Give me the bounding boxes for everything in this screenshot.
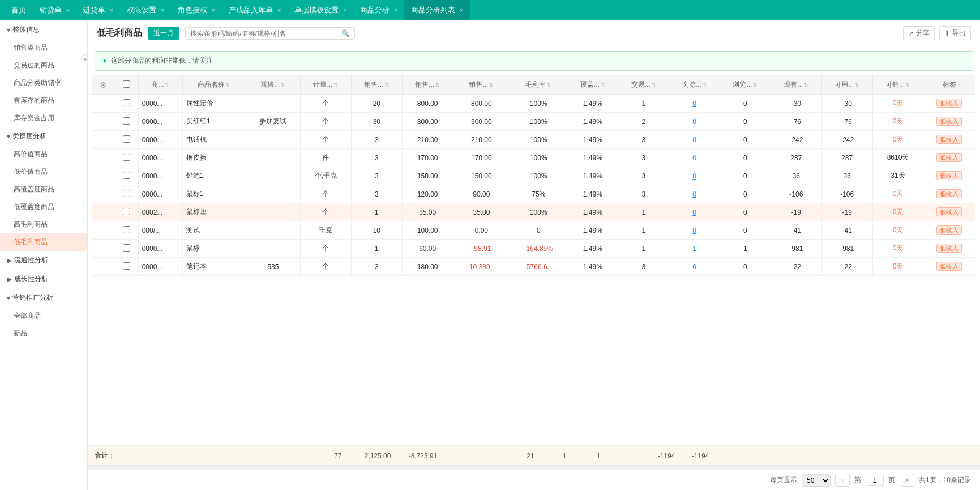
row-views1[interactable]: 0: [669, 149, 720, 167]
nav-templates-close[interactable]: ×: [343, 7, 346, 14]
prev-page-button[interactable]: ＜: [835, 474, 850, 487]
col-views2[interactable]: 浏览...⇅: [720, 75, 771, 95]
row-views1[interactable]: 0: [669, 203, 720, 221]
row-views1[interactable]: 0: [669, 185, 720, 203]
row-settings: [92, 149, 115, 167]
share-button[interactable]: ↗ 分享: [903, 26, 935, 40]
nav-analysis[interactable]: 商品分析 ×: [353, 0, 404, 20]
col-sales-price[interactable]: 销售...⇅: [402, 75, 453, 95]
row-check-9[interactable]: [123, 262, 130, 270]
sidebar-group-growth[interactable]: ▶ 成长性分析: [0, 270, 87, 288]
sidebar-group-overall[interactable]: ▾ 整体信息: [0, 20, 87, 39]
row-check-3[interactable]: [123, 154, 130, 161]
col-spec[interactable]: 规格...⇅: [246, 75, 300, 95]
col-code[interactable]: 商...⇅: [138, 75, 182, 95]
row-views1[interactable]: 0: [669, 113, 720, 131]
col-coverage[interactable]: 覆盖...⇅: [567, 75, 618, 95]
row-views1[interactable]: 1: [669, 240, 720, 258]
sidebar-item-traded-goods[interactable]: 交易过的商品: [0, 57, 87, 74]
sidebar-item-sales-goods[interactable]: 销售类商品: [0, 39, 87, 57]
settings-icon[interactable]: ⚙: [100, 80, 107, 90]
row-views1[interactable]: 0: [669, 95, 720, 113]
row-sales-amount: 170.00: [453, 149, 510, 167]
col-current[interactable]: 现有...⇅: [771, 75, 821, 95]
row-gross-rate: -5766.6...: [510, 258, 567, 276]
col-available[interactable]: 可用...⇅: [821, 75, 872, 95]
page-number-input[interactable]: [866, 475, 884, 486]
sidebar-group-circulation[interactable]: ▶ 流通性分析: [0, 251, 87, 270]
nav-permissions[interactable]: 权限设置 ×: [120, 0, 171, 20]
row-views1[interactable]: 0: [669, 167, 720, 185]
sidebar-item-low-coverage[interactable]: 低覆盖度商品: [0, 198, 87, 216]
nav-analysis-close[interactable]: ×: [394, 7, 397, 14]
row-views1[interactable]: 0: [669, 131, 720, 149]
row-checkbox[interactable]: [115, 149, 138, 167]
col-settings[interactable]: ⚙: [92, 75, 115, 95]
nav-products-close[interactable]: ×: [277, 7, 281, 14]
time-filter-button[interactable]: 近一月: [148, 27, 179, 40]
row-checkbox[interactable]: [115, 203, 138, 221]
sidebar-item-high-coverage[interactable]: 高覆盖度商品: [0, 181, 87, 198]
row-check-4[interactable]: [123, 172, 130, 179]
row-check-6[interactable]: [123, 208, 130, 215]
row-checkbox[interactable]: [115, 131, 138, 149]
nav-purchase[interactable]: 进货单 ×: [76, 0, 120, 20]
col-gross-rate[interactable]: 毛利率⇅: [510, 75, 567, 95]
row-checkbox[interactable]: [115, 113, 138, 131]
search-icon[interactable]: 🔍: [341, 29, 350, 37]
sidebar-group-cluster[interactable]: ▾ 类群度分析: [0, 127, 87, 146]
sidebar-group-marketing[interactable]: ▾ 营销推广分析: [0, 288, 87, 307]
sidebar-item-low-margin[interactable]: 低毛利商品: [0, 233, 87, 251]
row-checkbox[interactable]: [115, 185, 138, 203]
col-sales-amount[interactable]: 销售...⇅: [453, 75, 510, 95]
col-sellable[interactable]: 可销...⇅: [872, 75, 923, 95]
col-unit[interactable]: 计量...⇅: [301, 75, 352, 95]
row-check-5[interactable]: [123, 190, 130, 197]
export-button[interactable]: ⬆ 导出: [939, 26, 971, 40]
row-check-7[interactable]: [123, 226, 130, 233]
nav-purchase-close[interactable]: ×: [110, 7, 113, 14]
row-views1[interactable]: 0: [669, 258, 720, 276]
row-check-2[interactable]: [123, 135, 130, 143]
nav-permissions-close[interactable]: ×: [161, 7, 164, 14]
sidebar-item-low-value[interactable]: 低价值商品: [0, 163, 87, 181]
col-tag[interactable]: 标签: [923, 75, 975, 95]
nav-home[interactable]: 首页: [5, 0, 33, 20]
col-sales-qty[interactable]: 销售...⇅: [351, 75, 402, 95]
row-views1[interactable]: 0: [669, 221, 720, 240]
page-size-select[interactable]: 50 100 200: [802, 474, 831, 487]
sidebar-item-stock-capital[interactable]: 库存资金占用: [0, 109, 87, 127]
nav-sales-close[interactable]: ×: [66, 7, 70, 14]
row-checkbox[interactable]: [115, 167, 138, 185]
nav-sales[interactable]: 销货单 ×: [33, 0, 76, 20]
sidebar-item-high-value[interactable]: 高价值商品: [0, 146, 87, 163]
search-input[interactable]: [190, 29, 339, 37]
nav-analysis-list[interactable]: 商品分析列表 ×: [404, 0, 470, 20]
select-all-checkbox[interactable]: [123, 80, 130, 88]
sidebar-item-new-goods[interactable]: 新品: [0, 325, 87, 342]
sidebar-item-stock-goods[interactable]: 有库存的商品: [0, 92, 87, 109]
nav-analysis-list-close[interactable]: ×: [460, 7, 463, 14]
sidebar-item-category-rate[interactable]: 商品分类助销率: [0, 74, 87, 92]
row-checkbox[interactable]: [115, 221, 138, 240]
nav-roles-close[interactable]: ×: [212, 7, 215, 14]
nav-templates[interactable]: 单据模板设置 ×: [288, 0, 353, 20]
col-name[interactable]: 商品名称⇅: [182, 75, 246, 95]
row-check-8[interactable]: [123, 244, 130, 252]
row-checkbox[interactable]: [115, 258, 138, 276]
sidebar-item-all-goods[interactable]: 全部商品: [0, 307, 87, 325]
nav-products[interactable]: 产成品入库单 ×: [222, 0, 288, 20]
row-check-1[interactable]: [123, 117, 130, 125]
row-checkbox[interactable]: [115, 95, 138, 113]
nav-roles[interactable]: 角色授权 ×: [171, 0, 222, 20]
next-page-button[interactable]: ＞: [900, 474, 914, 487]
scroll-bar[interactable]: [88, 465, 980, 470]
row-checkbox[interactable]: [115, 240, 138, 258]
row-check-0[interactable]: [123, 99, 130, 106]
sidebar-collapse-btn[interactable]: ≪: [81, 54, 88, 63]
col-views1[interactable]: 浏览...⇅: [669, 75, 720, 95]
row-name: 鼠标1: [182, 185, 246, 203]
col-deal[interactable]: 交易...⇅: [618, 75, 669, 95]
sidebar-item-high-margin[interactable]: 高毛利商品: [0, 216, 87, 233]
col-checkbox[interactable]: [115, 75, 138, 95]
